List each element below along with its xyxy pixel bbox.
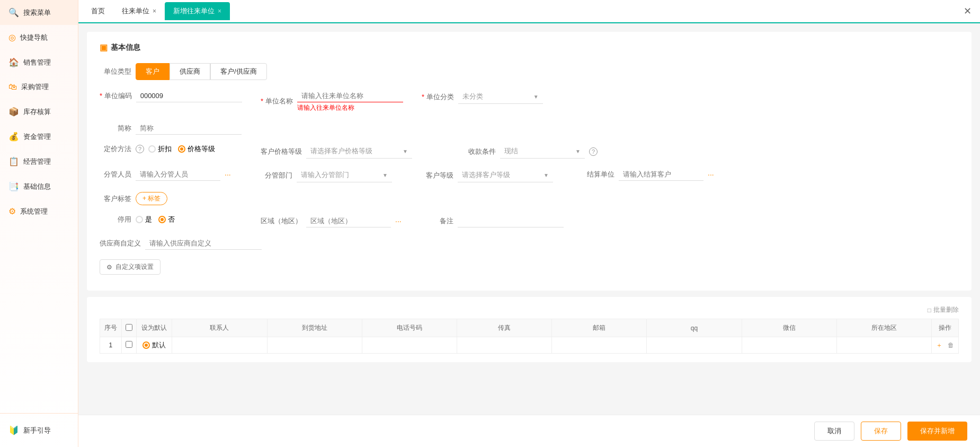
cell-region[interactable] [836,337,931,354]
col-default: 设为默认 [137,319,172,337]
tab-home[interactable]: 首页 [83,2,113,20]
tab-new-trading-unit-close[interactable]: × [218,7,221,15]
customer-price-select[interactable]: 请选择客户价格等级 ▼ [306,144,412,159]
radio-yes[interactable]: 是 [136,215,152,224]
customer-tag-group: 客户标签 + 标签 [100,192,248,205]
cell-contact[interactable] [172,337,267,354]
row-checkbox[interactable] [126,341,132,348]
cancel-button[interactable]: 取消 [814,422,854,441]
sidebar-item-sales[interactable]: 🏠 销售管理 [0,50,78,75]
short-name-row: 简称 [100,122,959,135]
pricing-help-icon[interactable]: ? [136,145,144,153]
address-input[interactable] [271,341,359,349]
contact-input[interactable] [175,341,263,349]
customer-level-placeholder: 请选择客户等级 [462,170,541,180]
short-name-input[interactable] [136,122,242,135]
sidebar-item-purchase[interactable]: 🛍 采购管理 [0,75,78,99]
remarks-input[interactable] [458,215,564,227]
cell-wechat[interactable] [742,337,836,354]
default-radio-label: 默认 [152,340,166,350]
radio-discount-label: 折扣 [158,144,172,154]
region-label: 区域（地区） [261,216,302,226]
sidebar-item-label: 搜索菜单 [23,8,51,17]
supervisor-more-icon[interactable]: ··· [225,170,231,179]
sidebar-item-newbie[interactable]: 🔰 新手引导 [0,418,78,443]
settings-row: ⚙ 自定义项设置 [100,259,959,275]
row-add-icon[interactable]: ＋ [936,341,942,349]
settlement-unit-input[interactable] [619,168,703,181]
unit-type-buttons: 客户 供应商 客户/供应商 [136,63,267,80]
email-input[interactable] [555,341,643,349]
col-region: 所在地区 [836,319,931,337]
inventory-icon: 📦 [8,107,19,117]
cell-email[interactable] [552,337,647,354]
col-action: 操作 [931,319,958,337]
fax-input[interactable] [460,341,548,349]
table-header-actions: □ 批量删除 [100,305,959,314]
cell-qq[interactable] [647,337,742,354]
settlement-unit-more-icon[interactable]: ··· [708,170,714,179]
sidebar-item-label: 经营管理 [23,157,51,166]
tab-trading-units-close[interactable]: × [153,7,156,15]
radio-discount[interactable]: 折扣 [148,144,172,154]
tab-new-trading-unit[interactable]: 新增往来单位 × [165,2,230,20]
unit-name-input[interactable] [297,90,403,102]
region-more-icon[interactable]: ··· [395,217,402,225]
cell-fax[interactable] [457,337,551,354]
sidebar-item-search[interactable]: 🔍 搜索菜单 [0,0,78,25]
section-title-icon: ▣ [100,42,108,52]
select-all-checkbox[interactable] [126,324,132,331]
unit-code-input[interactable] [136,90,242,102]
sidebar-item-label: 基础信息 [23,182,51,191]
radio-price-level[interactable]: 价格等级 [178,144,215,154]
save-button[interactable]: 保存 [861,422,901,441]
contacts-table: 序号 设为默认 联系人 到货地址 电话号码 传真 邮箱 qq 微信 所在地区 操… [100,319,959,354]
sidebar-item-system[interactable]: ⚙ 系统管理 [0,199,78,224]
customer-price-placeholder: 请选择客户价格等级 [310,146,400,156]
payment-terms-select[interactable]: 现结 ▼ [500,144,585,159]
unit-btn-both[interactable]: 客户/供应商 [210,63,267,80]
sales-icon: 🏠 [8,57,19,67]
cell-default: 默认 [137,337,172,354]
sidebar-item-operations[interactable]: 📋 经营管理 [0,149,78,174]
sidebar-item-inventory[interactable]: 📦 库存核算 [0,99,78,124]
qq-input[interactable] [650,341,738,349]
unit-btn-customer[interactable]: 客户 [136,63,170,80]
cell-address[interactable] [267,337,362,354]
sidebar-item-quick-nav[interactable]: ◎ 快捷导航 [0,25,78,50]
main-area: 首页 往来单位 × 新增往来单位 × ✕ ▣ 基本信息 单位类型 客户 [78,0,980,447]
cell-phone[interactable] [362,337,457,354]
col-seq: 序号 [100,319,122,337]
radio-no[interactable]: 否 [158,215,175,224]
customer-tag-label: 客户标签 [100,194,131,204]
operations-icon: 📋 [8,156,19,166]
tab-trading-units[interactable]: 往来单位 × [113,2,165,20]
col-wechat: 微信 [742,319,836,337]
department-select[interactable]: 请输入分管部门 ▼ [297,168,392,182]
payment-terms-help-icon[interactable]: ? [589,147,598,156]
unit-category-value: 未分类 [462,92,531,101]
supervisor-input[interactable] [136,168,220,181]
unit-code-group: 单位编码 [100,90,248,102]
add-tag-label: + 标签 [142,194,161,203]
unit-category-select[interactable]: 未分类 ▼ [458,90,543,104]
supplier-custom-input[interactable] [145,237,262,250]
default-radio[interactable]: 默认 [140,340,168,350]
window-close-icon[interactable]: ✕ [959,5,976,17]
phone-input[interactable] [366,341,453,349]
category-chevron-icon: ▼ [533,94,539,100]
wechat-input[interactable] [745,341,833,349]
add-tag-button[interactable]: + 标签 [136,192,167,205]
customer-level-select[interactable]: 请选择客户等级 ▼ [458,168,553,182]
save-and-new-button[interactable]: 保存并新增 [907,422,967,441]
sidebar-item-basic[interactable]: 📑 基础信息 [0,174,78,199]
batch-delete-button[interactable]: □ 批量删除 [928,305,959,314]
region-input[interactable] [306,215,391,227]
settings-button[interactable]: ⚙ 自定义项设置 [100,259,161,275]
unit-btn-supplier[interactable]: 供应商 [170,63,210,80]
region-cell-input[interactable] [840,341,928,349]
unit-type-label: 单位类型 [100,67,131,76]
sidebar-item-finance[interactable]: 💰 资金管理 [0,124,78,149]
radio-no-circle [158,216,166,223]
row-delete-icon[interactable]: 🗑 [948,341,954,349]
